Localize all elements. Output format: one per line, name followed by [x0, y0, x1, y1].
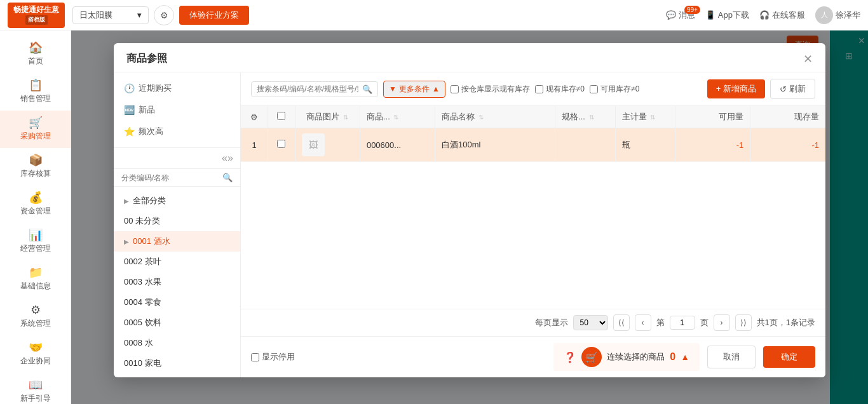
product-search-input[interactable]	[257, 84, 358, 93]
sidebar-item-purchase[interactable]: 🛒 采购管理	[0, 111, 71, 148]
page-number-input[interactable]	[670, 316, 695, 330]
message-item[interactable]: 💬 消息 99+	[666, 10, 695, 21]
total-label: 共1页，1条记录	[757, 317, 815, 328]
sidebar-item-system[interactable]: ⚙ 系统管理	[0, 298, 71, 335]
help-icon[interactable]: ❓	[564, 351, 576, 363]
category-0008[interactable]: 0008 水	[114, 333, 240, 353]
category-00[interactable]: 00 未分类	[114, 211, 240, 231]
checkbox-avail-ne0[interactable]: 可用库存≠0	[590, 84, 639, 95]
new-icon: 🆕	[124, 105, 135, 115]
next-page-button[interactable]: ›	[714, 314, 730, 331]
category-search-area: 🔍	[114, 169, 240, 187]
sidebar-item-sales[interactable]: 📋 销售管理	[0, 73, 71, 111]
checkbox-warehouse[interactable]: 按仓库显示现有库存	[451, 84, 530, 95]
cart-icon[interactable]: 🛒	[581, 347, 602, 367]
tab-frequent[interactable]: ⭐ 频次高	[114, 121, 240, 142]
category-all[interactable]: ▶ 全部分类	[114, 191, 240, 211]
row-checkbox[interactable]	[277, 140, 285, 148]
add-product-button[interactable]: + 新增商品	[707, 79, 765, 98]
category-label: 00 未分类	[124, 215, 160, 227]
category-search-input[interactable]	[121, 173, 219, 182]
sales-icon: 📋	[29, 79, 43, 91]
category-search-icon[interactable]: 🔍	[222, 173, 233, 182]
clock-icon: 🕐	[124, 83, 135, 93]
cart-label: 连续选择的商品	[607, 351, 665, 363]
collapse-icon[interactable]: «»	[220, 151, 235, 166]
refresh-button[interactable]: ↺ 刷新	[770, 79, 815, 99]
stock-ne0-checkbox[interactable]	[535, 85, 543, 93]
search-icon[interactable]: 🔍	[362, 84, 372, 94]
prev-page-button[interactable]: ‹	[635, 314, 651, 331]
logo-title: 畅捷通好生意	[13, 5, 59, 14]
modal-toolbar: 🔍 ▼ 更多条件 ▲ 按仓库显示现有库存	[241, 72, 825, 106]
row-avail: -1	[675, 128, 750, 162]
category-0001[interactable]: ▶ 0001 酒水	[114, 231, 240, 252]
category-0005[interactable]: 0005 饮料	[114, 313, 240, 333]
sidebar-item-inventory[interactable]: 📦 库存核算	[0, 148, 71, 185]
filter-label: 更多条件	[399, 84, 430, 95]
per-page-select[interactable]: 50 100 200	[573, 315, 608, 330]
star-icon: ⭐	[124, 126, 135, 137]
modal-body: 🕐 近期购买 🆕 新品 ⭐ 频次高	[114, 72, 825, 377]
product-thumbnail: 🖼	[302, 133, 325, 156]
collab-icon: 🤝	[29, 342, 43, 353]
col-avail-header: 可用量	[675, 106, 750, 128]
app-download-item[interactable]: 📱 App下载	[705, 10, 749, 21]
category-0004[interactable]: 0004 零食	[114, 292, 240, 313]
row-code: 000600...	[360, 128, 435, 162]
row-spec	[555, 128, 616, 162]
sidebar-item-label: 基础信息	[20, 281, 51, 292]
tab-recent[interactable]: 🕐 近期购买	[114, 77, 240, 99]
col-spec-header: 规格... ⇅	[555, 106, 616, 128]
sidebar-item-home[interactable]: 🏠 首页	[0, 36, 71, 73]
avail-ne0-checkbox[interactable]	[590, 85, 598, 93]
category-0002[interactable]: 0002 茶叶	[114, 252, 240, 272]
trial-button[interactable]: 体验行业方案	[179, 6, 249, 25]
col-avail-label: 可用量	[719, 112, 743, 121]
page-suffix: 页	[700, 317, 709, 328]
select-all-checkbox[interactable]	[277, 112, 285, 120]
sidebar-item-basic[interactable]: 📁 基础信息	[0, 260, 71, 298]
settings-icon[interactable]: ⚙	[154, 5, 174, 25]
last-page-button[interactable]: ⟩⟩	[735, 314, 752, 331]
modal-close-icon[interactable]: ✕	[803, 53, 813, 65]
col-code-header: 商品... ⇅	[360, 106, 435, 128]
branch-dropdown[interactable]: 日太阳膜 ▾	[72, 6, 149, 24]
sort-icon: ⇅	[478, 114, 484, 121]
navbar: 畅捷通好生意 搭档版 日太阳膜 ▾ ⚙ 体验行业方案 💬 消息 99+ 📱 Ap…	[0, 0, 868, 30]
gear-icon[interactable]: ⚙	[250, 112, 258, 122]
sidebar-item-operation[interactable]: 📊 经营管理	[0, 223, 71, 260]
checkbox-stock-ne0[interactable]: 现有库存≠0	[535, 84, 585, 95]
show-disabled-checkbox[interactable]	[251, 353, 259, 361]
row-no: 1	[252, 140, 256, 150]
tab-frequent-label: 频次高	[139, 126, 163, 137]
tab-new[interactable]: 🆕 新品	[114, 99, 240, 121]
category-list: ▶ 全部分类 00 未分类 ▶ 0001 酒水 0002 茶	[114, 187, 240, 377]
filter-button[interactable]: ▼ 更多条件 ▲	[383, 81, 445, 98]
warehouse-checkbox[interactable]	[451, 85, 459, 93]
app-logo[interactable]: 畅捷通好生意 搭档版	[8, 3, 65, 28]
cancel-button[interactable]: 取消	[707, 346, 756, 368]
first-page-button[interactable]: ⟨⟨	[613, 314, 630, 331]
modal-left-panel: 🕐 近期购买 🆕 新品 ⭐ 频次高	[114, 72, 241, 377]
sidebar-item-collab[interactable]: 🤝 企业协同	[0, 335, 71, 373]
sidebar-item-guide[interactable]: 📖 新手引导	[0, 373, 71, 404]
refresh-label: 刷新	[789, 83, 806, 95]
row-stock: -1	[750, 128, 825, 162]
confirm-button[interactable]: 确定	[763, 346, 815, 368]
sidebar-item-finance[interactable]: 💰 资金管理	[0, 185, 71, 223]
chevron-up-icon[interactable]: ▲	[681, 352, 689, 362]
online-service-item[interactable]: 🎧 在线客服	[759, 10, 805, 21]
modal-right-panel: 🔍 ▼ 更多条件 ▲ 按仓库显示现有库存	[241, 72, 825, 377]
category-0003[interactable]: 0003 水果	[114, 272, 240, 292]
category-label: 0010 家电	[124, 358, 161, 369]
show-disabled-checkbox-area[interactable]: 显示停用	[251, 351, 295, 363]
arrow-icon: ▶	[124, 198, 129, 205]
col-spec-label: 规格...	[562, 112, 585, 121]
sidebar-item-label: 企业协同	[20, 356, 51, 367]
category-0010[interactable]: 0010 家电	[114, 353, 240, 374]
table-row[interactable]: 1 🖼	[241, 128, 825, 162]
sidebar-item-label: 经营管理	[20, 243, 51, 254]
page-label: 第	[656, 317, 665, 328]
user-item[interactable]: 人 徐泽华	[815, 6, 860, 24]
